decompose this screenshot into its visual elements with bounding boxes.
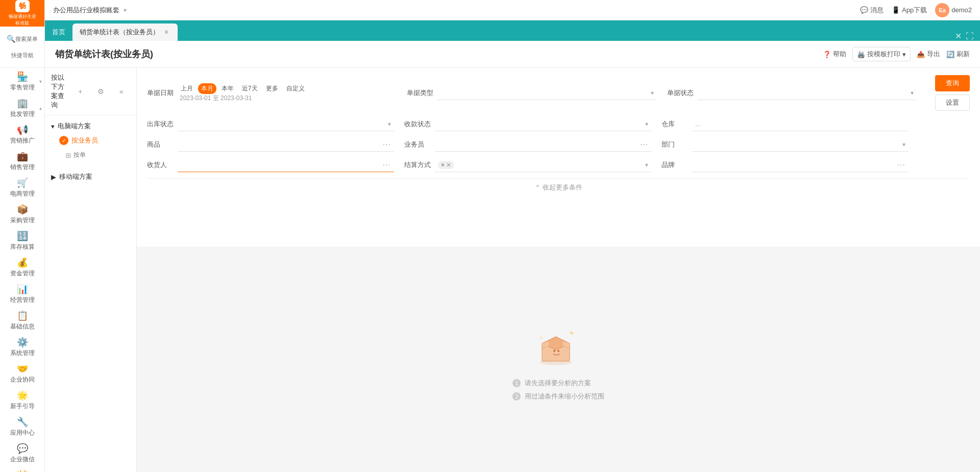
- settlement-control[interactable]: × ✕ ▾: [435, 158, 651, 172]
- sidebar-item-retail[interactable]: 🏪 零售管理 ▾: [0, 68, 45, 95]
- system-icon: ⚙️: [17, 337, 28, 348]
- out-status-label: 出库状态: [147, 120, 178, 129]
- date-tab-this-month[interactable]: 本月: [198, 83, 216, 94]
- dept-control[interactable]: ▾: [692, 137, 909, 152]
- tab-maximize-btn[interactable]: ⛶: [966, 32, 974, 41]
- filter-dept: 部门 ▾: [662, 137, 909, 152]
- scheme-collapse-btn[interactable]: «: [113, 86, 130, 97]
- tab-close-btn[interactable]: ✕: [162, 28, 170, 36]
- top-header: 办公用品行业模拟账套 ▾ 💬 消息 📱 App下载 Ea demo2: [45, 0, 980, 20]
- print-btn[interactable]: 🖨️ 按模板打印 ▾: [852, 47, 911, 61]
- goods-control[interactable]: ···: [178, 137, 394, 152]
- settings-button[interactable]: 设置: [935, 95, 970, 111]
- refresh-btn[interactable]: 🔄 刷新: [946, 50, 970, 59]
- filter-goods: 商品 ···: [147, 137, 394, 152]
- warehouse-placeholder: ...: [695, 120, 701, 128]
- scheme-group-pc-title[interactable]: ▾ 电脑端方案: [45, 120, 136, 133]
- message-btn[interactable]: 💬 消息: [860, 6, 884, 15]
- query-button[interactable]: 查询: [935, 75, 970, 91]
- sidebar-item-finance[interactable]: 💰 资金管理: [0, 254, 45, 280]
- scheme-item-salesman-label: 按业务员: [71, 136, 98, 145]
- help-btn[interactable]: ❓ 帮助: [823, 50, 846, 59]
- operation-icon: 📊: [17, 284, 28, 295]
- dept-arrow-icon: ▾: [902, 141, 905, 148]
- filter-payment-status: 收款状态 ▾: [404, 117, 651, 131]
- app-download-btn[interactable]: 📱 App下载: [892, 6, 927, 15]
- search-menu-item[interactable]: 🔍 搜索菜单: [4, 31, 41, 47]
- sidebar-item-inventory[interactable]: 🔢 库存核算: [0, 227, 45, 254]
- settlement-clear-btn[interactable]: ✕: [446, 161, 451, 169]
- sidebar-item-apps[interactable]: 🔧 应用中心: [0, 413, 45, 440]
- date-tab-last-7[interactable]: 近7天: [239, 83, 261, 94]
- receiver-control[interactable]: ···: [178, 158, 394, 172]
- sidebar-item-system[interactable]: ⚙️ 系统管理: [0, 334, 45, 360]
- filter-date: 单据日期 上月 本月 本年 近7天 更多 自定义 20: [147, 83, 397, 103]
- sidebar-item-wechat[interactable]: 💬 企业微信: [0, 440, 45, 466]
- sub-item-by-order[interactable]: ⊞ 按单: [45, 148, 136, 162]
- sidebar-item-member[interactable]: 👑 畅会员: [0, 466, 45, 472]
- export-btn[interactable]: 📤 导出: [917, 50, 940, 59]
- quick-nav-item[interactable]: 快捷导航: [4, 47, 41, 63]
- retail-icon: 🏪: [17, 71, 28, 82]
- warehouse-control[interactable]: ...: [692, 117, 909, 131]
- tab-close-window-btn[interactable]: ✕: [955, 31, 962, 41]
- user-profile-btn[interactable]: Ea demo2: [935, 3, 972, 17]
- sidebar-item-basic[interactable]: 📋 基础信息: [0, 307, 45, 334]
- scheme-panel-header: 按以下方案查询 + ⚙ «: [45, 68, 136, 115]
- out-status-control[interactable]: ▾: [178, 117, 394, 131]
- date-tab-this-year[interactable]: 本年: [218, 83, 237, 94]
- scheme-edit-btn[interactable]: ⚙: [92, 86, 110, 97]
- sidebar-item-operation[interactable]: 📊 经营管理: [0, 280, 45, 307]
- scheme-add-btn[interactable]: +: [71, 86, 89, 97]
- date-range-text: 2023-03-01 至 2023-03-31: [180, 94, 397, 103]
- active-dot: ✓: [59, 136, 68, 145]
- payment-status-label: 收款状态: [404, 120, 435, 129]
- svg-point-7: [553, 350, 555, 352]
- sidebar-item-purchase[interactable]: 📦 采购管理: [0, 201, 45, 227]
- doc-status-control[interactable]: ▾: [698, 86, 917, 100]
- username-label: demo2: [951, 6, 972, 14]
- inventory-icon: 🔢: [17, 230, 28, 242]
- sidebar-item-wholesale[interactable]: 🏢 批发管理 ▴: [0, 95, 45, 121]
- collapse-bar[interactable]: ⌃ 收起更多条件: [147, 178, 970, 196]
- mobile-group-arrow: ▶: [51, 173, 56, 181]
- tip-line-1: 1 请先选择要分析的方案: [512, 376, 604, 390]
- sidebar-item-enterprise[interactable]: 🤝 企业协同: [0, 360, 45, 387]
- date-tab-custom[interactable]: 自定义: [283, 83, 308, 94]
- empty-state: ✦ ✦ 1 请先选择要分析的方案: [137, 247, 980, 473]
- right-panel: 单据日期 上月 本月 本年 近7天 更多 自定义 20: [137, 68, 980, 472]
- sidebar-nav: 🏪 零售管理 ▾ 🏢 批发管理 ▴ 📢 营销推广 💼 销售管理 🛒 电商管理 📦…: [0, 68, 44, 472]
- filter-salesman: 业务员 ···: [404, 137, 651, 152]
- salesman-control[interactable]: ···: [435, 137, 651, 152]
- date-tab-more[interactable]: 更多: [263, 83, 281, 94]
- sidebar-item-marketing[interactable]: 📢 营销推广: [0, 121, 45, 148]
- brand-label: 品牌: [662, 160, 692, 170]
- logo-text: 畅捷通好生意: [9, 13, 36, 20]
- filter-brand: 品牌 ···: [662, 158, 909, 172]
- settlement-label: 结算方式: [404, 160, 435, 170]
- search-section: 🔍 搜索菜单 快捷导航: [0, 27, 44, 68]
- doc-type-control[interactable]: ▾: [437, 86, 656, 100]
- warehouse-label: 仓库: [662, 120, 692, 129]
- tab-home[interactable]: 首页: [45, 23, 72, 41]
- date-tab-last-month[interactable]: 上月: [178, 83, 196, 94]
- marketing-icon: 📢: [17, 124, 28, 135]
- printer-icon: 🖨️: [857, 51, 865, 58]
- dept-label: 部门: [662, 140, 692, 149]
- brand-control[interactable]: ···: [692, 158, 909, 172]
- scheme-item-by-salesman[interactable]: ✓ 按业务员: [45, 133, 136, 148]
- empty-illustration: ✦ ✦: [528, 315, 584, 366]
- payment-status-control[interactable]: ▾: [435, 117, 651, 131]
- sidebar-item-ecommerce[interactable]: 🛒 电商管理: [0, 174, 45, 201]
- tab-sales-stat[interactable]: 销货单统计表（按业务员） ✕: [72, 23, 178, 41]
- header-right: 💬 消息 📱 App下载 Ea demo2: [860, 3, 972, 17]
- scheme-group-mobile-title[interactable]: ▶ 移动端方案: [45, 170, 136, 183]
- salesman-dots-icon: ···: [640, 140, 648, 149]
- sidebar-item-sales[interactable]: 💼 销售管理: [0, 148, 45, 174]
- page-title: 销货单统计表(按业务员): [55, 48, 153, 66]
- main-area: 办公用品行业模拟账套 ▾ 💬 消息 📱 App下载 Ea demo2 首页: [45, 0, 980, 472]
- collapse-label: 收起更多条件: [543, 183, 582, 192]
- date-tabs-row: 上月 本月 本年 近7天 更多 自定义: [178, 83, 397, 94]
- sub-item-order-label: 按单: [74, 151, 86, 159]
- sidebar-item-newuser[interactable]: 🌟 新手引导: [0, 387, 45, 413]
